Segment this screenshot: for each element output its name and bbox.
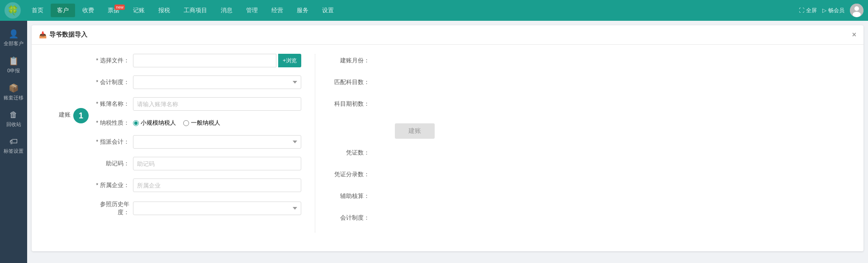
navbar-right: ⛶ 全屏 ▷ 畅会员	[799, 4, 863, 17]
build-month-value	[373, 54, 501, 67]
nav-invoice[interactable]: 票据 new	[101, 4, 126, 17]
tax-option1-radio[interactable]	[133, 120, 139, 126]
form-right: 建账月份： 匹配科目数： 科目期初数： 建账	[329, 54, 501, 233]
sidebar-item-zero-declare[interactable]: 📋 0申报	[0, 52, 27, 78]
match-subjects-label: 匹配科目数：	[329, 78, 370, 86]
right-accounting-system-value	[373, 211, 501, 225]
content-area: 📥 导爷数据导入 × 建账 1 * 选择文件：	[27, 21, 868, 263]
nav-operation[interactable]: 经营	[265, 4, 289, 17]
file-input-wrap: +浏览	[133, 54, 301, 67]
tax-option2-text: 一般纳税人	[191, 119, 220, 127]
ref-year-row: 参照历史年度：	[93, 200, 301, 216]
sidebar-item-all-clients[interactable]: 👤 全部客户	[0, 25, 27, 51]
memo-code-input[interactable]	[133, 157, 301, 170]
ledger-name-input[interactable]	[133, 97, 301, 111]
ledger-name-label: * 账簿名称：	[93, 100, 129, 108]
dialog-header-left: 📥 导爷数据导入	[39, 31, 87, 39]
sidebar-item-migrate[interactable]: 📦 账套迁移	[0, 80, 27, 105]
sidebar-item-tag-settings[interactable]: 🏷 标签设置	[0, 133, 27, 158]
sidebar-label-recycle: 回收站	[6, 121, 21, 128]
company-row: * 所属企业：	[93, 178, 301, 192]
tax-option2-radio[interactable]	[183, 120, 189, 126]
build-account-button[interactable]: 建账	[395, 123, 435, 139]
tax-option2-label[interactable]: 一般纳税人	[183, 119, 220, 127]
form-left: * 选择文件： +浏览 * 会计制度：	[93, 54, 301, 225]
nav-home[interactable]: 首页	[25, 4, 50, 17]
zero-declare-icon: 📋	[9, 56, 19, 66]
build-month-label: 建账月份：	[329, 56, 370, 65]
fullscreen-btn[interactable]: ⛶ 全屏	[799, 7, 817, 14]
memo-code-row: 助记码：	[93, 157, 301, 170]
avatar[interactable]	[850, 4, 863, 17]
voucher-entries-value	[373, 168, 501, 181]
sidebar-label-migrate: 账套迁移	[4, 94, 24, 101]
migrate-icon: 📦	[9, 83, 19, 93]
nav-tax[interactable]: 报税	[152, 4, 176, 17]
recycle-icon: 🗑	[9, 110, 18, 120]
ref-year-label: 参照历史年度：	[93, 200, 129, 216]
avatar-icon	[850, 4, 863, 17]
period-initial-label: 科目期初数：	[329, 100, 370, 108]
voucher-count-row: 凭证数：	[329, 146, 501, 160]
sidebar: 👤 全部客户 📋 0申报 📦 账套迁移 🗑 回收站 🏷 标签设置	[0, 21, 27, 263]
nav-bookkeeping[interactable]: 记账	[127, 4, 151, 17]
aux-calc-label: 辅助核算：	[329, 192, 370, 200]
period-initial-value	[373, 97, 501, 111]
logo[interactable]: 🍀	[5, 2, 21, 19]
company-input[interactable]	[133, 178, 301, 192]
step-area-label: 建账	[59, 111, 71, 119]
logo-icon: 🍀	[7, 5, 19, 16]
vip-icon: ▷	[822, 7, 826, 14]
browse-button[interactable]: +浏览	[278, 54, 301, 67]
sidebar-label-tag-settings: 标签设置	[4, 148, 24, 155]
nav-business[interactable]: 工商项目	[177, 4, 213, 17]
accountant-row: * 指派会计：	[93, 135, 301, 149]
tax-type-label: * 纳税性质：	[93, 119, 129, 127]
main-layout: 👤 全部客户 📋 0申报 📦 账套迁移 🗑 回收站 🏷 标签设置 📥 导爷	[0, 21, 868, 263]
file-text-input[interactable]	[133, 54, 276, 67]
match-subjects-value	[373, 75, 501, 89]
svg-point-2	[853, 12, 861, 17]
right-accounting-system-label: 会计制度：	[329, 214, 370, 222]
dialog-title: 导爷数据导入	[49, 31, 87, 39]
accountant-label: * 指派会计：	[93, 138, 129, 146]
nav-management[interactable]: 管理	[240, 4, 264, 17]
dialog-header: 📥 导爷数据导入 ×	[32, 25, 863, 45]
tax-type-row: * 纳税性质： 小规模纳税人 一般纳税人	[93, 119, 301, 127]
divider	[315, 54, 315, 233]
ledger-name-row: * 账簿名称：	[93, 97, 301, 111]
nav-service[interactable]: 服务	[290, 4, 315, 17]
accountant-select[interactable]	[133, 135, 301, 149]
tag-icon: 🏷	[9, 137, 18, 146]
right-accounting-system-row: 会计制度：	[329, 211, 501, 225]
step-area: 建账 1	[59, 54, 89, 123]
accounting-system-label: * 会计制度：	[93, 78, 129, 86]
nav-fee[interactable]: 收费	[76, 4, 100, 17]
navbar-items: 首页 客户 收费 票据 new 记账 报税 工商项目 消息 管理 经营 服务 设…	[25, 4, 799, 17]
dialog-title-icon: 📥	[39, 31, 47, 38]
accounting-system-select[interactable]	[133, 75, 301, 89]
file-row: * 选择文件： +浏览	[93, 54, 301, 67]
company-label: * 所属企业：	[93, 181, 129, 189]
nav-settings[interactable]: 设置	[316, 4, 340, 17]
tax-option1-label[interactable]: 小规模纳税人	[133, 119, 176, 127]
ref-year-select[interactable]	[133, 202, 301, 215]
nav-message[interactable]: 消息	[214, 4, 239, 17]
nav-client[interactable]: 客户	[51, 4, 75, 17]
dialog-body: 建账 1 * 选择文件： +浏览 * 会计制度：	[32, 45, 863, 242]
voucher-count-value	[373, 146, 501, 160]
aux-calc-value	[373, 189, 501, 203]
build-month-row: 建账月份：	[329, 54, 501, 67]
vip-btn[interactable]: ▷ 畅会员	[822, 7, 844, 14]
tax-type-radio-group: 小规模纳税人 一般纳税人	[133, 119, 220, 127]
voucher-entries-row: 凭证分录数：	[329, 168, 501, 181]
sidebar-item-recycle[interactable]: 🗑 回收站	[0, 107, 27, 132]
navbar: 🍀 首页 客户 收费 票据 new 记账 报税 工商项目 消息 管理 经营 服务…	[0, 0, 868, 21]
fullscreen-icon: ⛶	[799, 7, 804, 14]
sidebar-label-all-clients: 全部客户	[4, 40, 24, 47]
close-button[interactable]: ×	[852, 31, 856, 39]
fullscreen-label: 全屏	[806, 7, 817, 14]
voucher-count-label: 凭证数：	[329, 149, 370, 157]
period-initial-row: 科目期初数：	[329, 97, 501, 111]
vip-label: 畅会员	[828, 7, 844, 14]
